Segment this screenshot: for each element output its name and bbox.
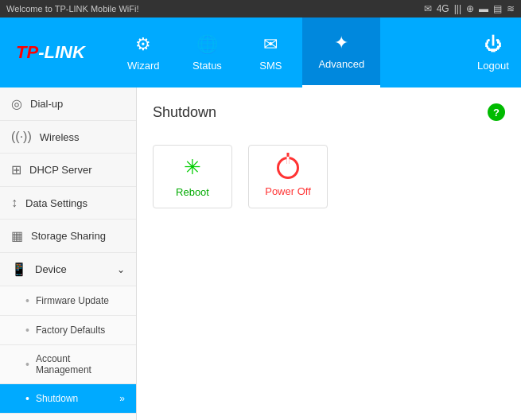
status-icons: ✉ 4G ||| ⊕ ▬ ▤ ≋ [424,3,515,14]
dhcp-icon: ⊞ [11,162,21,177]
nav-sms-label: SMS [259,60,282,72]
page-title: Shutdown [153,104,216,121]
brand-text: TP-LINK [16,42,85,63]
sidebar-subitem-firmware[interactable]: Firmware Update [0,286,136,316]
sidebar-account-label: Account Management [36,353,125,375]
shutdown-buttons: ✳ Reboot Power Off [153,145,505,208]
sidebar-factory-label: Factory Defaults [36,325,105,336]
logout-label: Logout [477,60,509,72]
datasettings-icon: ↕ [11,196,17,210]
reboot-icon: ✳ [184,155,201,180]
sidebar-item-dhcp[interactable]: ⊞ DHCP Server [0,154,136,187]
device-icon: 📱 [11,262,27,277]
sidebar-item-datasettings[interactable]: ↕ Data Settings [0,187,136,220]
main-layout: ◎ Dial-up ((·)) Wireless ⊞ DHCP Server ↕… [0,88,521,420]
reboot-label: Reboot [176,186,209,198]
storagesharing-icon: ▦ [11,228,23,243]
advanced-icon: ✦ [334,33,348,53]
nav-advanced[interactable]: ✦ Advanced [302,18,380,88]
sidebar-item-device[interactable]: 📱 Device ⌄ [0,253,136,286]
sidebar-storagesharing-label: Storage Sharing [31,230,106,242]
nav-status[interactable]: 🌐 Status [175,18,239,88]
device-expand-icon: ⌄ [117,264,125,275]
sidebar-firmware-label: Firmware Update [36,295,109,306]
sidebar-datasettings-label: Data Settings [25,197,87,209]
status-bar: Welcome to TP-LINK Mobile WiFi! ✉ 4G |||… [0,0,521,18]
poweroff-label: Power Off [265,185,311,197]
logout-button[interactable]: ⏻ Logout [465,18,521,88]
globe-status-icon: ⊕ [466,3,474,14]
help-icon[interactable]: ? [488,103,505,121]
wifi-status-icon: ≋ [507,3,515,14]
dialup-icon: ◎ [11,96,22,111]
logout-icon: ⏻ [484,34,502,55]
sidebar-item-wireless[interactable]: ((·)) Wireless [0,121,136,154]
status-bar-text: Welcome to TP-LINK Mobile WiFi! [6,4,424,14]
nav-wizard-label: Wizard [127,60,159,72]
sidebar-shutdown-label: Shutdown [36,393,78,404]
signal-status-icon: 4G [437,3,449,14]
email-status-icon: ✉ [424,3,432,14]
wizard-icon: ⚙ [135,34,151,55]
sidebar-subitem-account[interactable]: Account Management [0,345,136,384]
sidebar-item-storagesharing[interactable]: ▦ Storage Sharing [0,220,136,253]
sidebar-subitem-factory[interactable]: Factory Defaults [0,316,136,345]
nav-items: ⚙ Wizard 🌐 Status ✉ SMS ✦ Advanced [111,18,465,88]
sidebar: ◎ Dial-up ((·)) Wireless ⊞ DHCP Server ↕… [0,88,137,420]
content-area: Shutdown ? ✳ Reboot Power Off [137,88,521,420]
sidebar-item-dialup[interactable]: ◎ Dial-up [0,88,136,121]
sidebar-wireless-label: Wireless [40,131,80,143]
sms-icon: ✉ [263,34,278,55]
brand-logo: TP-LINK [0,18,111,88]
navbar: TP-LINK ⚙ Wizard 🌐 Status ✉ SMS ✦ Advanc… [0,18,521,88]
content-header: Shutdown ? [153,103,505,121]
battery-status-icon: ▬ [479,3,488,14]
nav-sms[interactable]: ✉ SMS [239,18,302,88]
wireless-icon: ((·)) [11,130,32,144]
nav-advanced-label: Advanced [318,58,364,70]
sidebar-subitem-timesettings[interactable]: Time Settings [0,414,136,420]
reboot-button[interactable]: ✳ Reboot [153,145,232,208]
nav-wizard[interactable]: ⚙ Wizard [111,18,175,88]
poweroff-icon [277,157,299,179]
nav-status-label: Status [192,60,222,72]
poweroff-button[interactable]: Power Off [248,145,328,208]
sidebar-dhcp-label: DHCP Server [29,164,92,176]
sidebar-device-label: Device [35,263,67,275]
bars-status-icon: ||| [454,3,461,14]
status-icon: 🌐 [196,34,218,55]
sim-status-icon: ▤ [493,3,502,14]
sidebar-dialup-label: Dial-up [30,98,63,110]
sidebar-subitem-shutdown[interactable]: Shutdown » [0,384,136,414]
shutdown-arrow-icon: » [119,393,125,404]
